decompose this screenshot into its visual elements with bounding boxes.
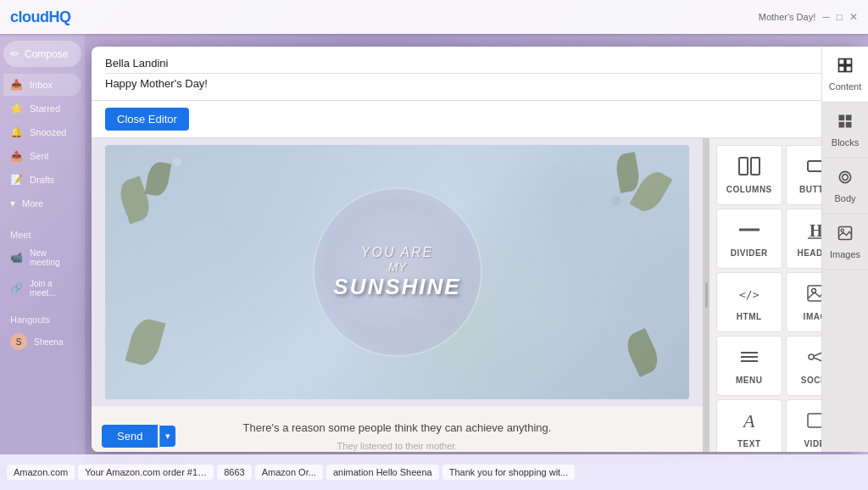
composer-body: YOU ARE MY SUNSHINE There's a reason som… — [92, 138, 858, 452]
divider-icon — [737, 220, 761, 243]
columns-label: COLUMNS — [726, 185, 772, 194]
block-menu[interactable]: MENU — [716, 336, 782, 396]
taskbar-item-2[interactable]: 8663 — [217, 465, 251, 480]
svg-rect-26 — [846, 59, 852, 65]
sidebar-item-inbox[interactable]: 📥 Inbox — [3, 74, 81, 96]
tab-content[interactable]: Content — [822, 47, 868, 103]
divider-label: DIVIDER — [731, 248, 768, 258]
content-tab-icon — [837, 57, 854, 78]
taskbar-item-3[interactable]: Amazon Or... — [255, 465, 323, 480]
compose-button[interactable]: ✏ Compose — [3, 41, 81, 67]
close-btn[interactable]: ✕ — [849, 11, 858, 23]
block-text[interactable]: A TEXT — [716, 399, 782, 452]
send-arrow-button[interactable]: ▾ — [159, 426, 175, 447]
svg-rect-27 — [839, 66, 845, 72]
blocks-tab-label: Blocks — [832, 137, 859, 148]
sunshine-text-sunshine: SUNSHINE — [333, 274, 460, 300]
sunshine-text-my: MY — [388, 260, 406, 274]
svg-point-36 — [841, 229, 843, 231]
svg-point-33 — [839, 171, 850, 182]
email-hero-image: YOU ARE MY SUNSHINE — [105, 145, 689, 399]
sidebar-item-drafts[interactable]: 📝 Drafts — [3, 169, 81, 191]
close-editor-button[interactable]: Close Editor — [105, 108, 189, 131]
columns-icon — [737, 156, 761, 180]
send-area: Send ▾ — [102, 425, 175, 448]
maximize-btn[interactable]: □ — [837, 11, 843, 23]
taskbar-item-0[interactable]: Amazon.com — [7, 465, 75, 480]
images-tab-label: Images — [830, 249, 860, 259]
block-columns[interactable]: COLUMNS — [716, 145, 782, 205]
svg-rect-25 — [839, 59, 845, 65]
minimize-btn[interactable]: ─ — [822, 11, 830, 23]
bottom-taskbar: Amazon.com Your Amazon.com order #111...… — [0, 454, 868, 490]
email-body-partial: They listened to their mother. — [112, 441, 682, 451]
flower-dot-2 — [173, 158, 181, 166]
text-label: TEXT — [737, 439, 761, 448]
svg-rect-28 — [846, 66, 852, 72]
sidebar-item-sent[interactable]: 📤 Sent — [3, 145, 81, 167]
content-tab-label: Content — [829, 81, 862, 92]
svg-rect-6 — [739, 158, 748, 175]
svg-point-18 — [809, 354, 814, 359]
sunshine-circle: YOU ARE MY SUNSHINE — [313, 187, 482, 357]
gmail-sidebar: ✏ Compose 📥 Inbox ⭐ Starred 🔔 Snoozed 📤 … — [0, 34, 85, 490]
composer-to-field: Bella Landini — [105, 53, 844, 74]
body-tab-label: Body — [834, 193, 855, 203]
sidebar-item-snoozed[interactable]: 🔔 Snoozed — [3, 121, 81, 143]
sidebar-sheena[interactable]: S Sheena — [3, 328, 81, 355]
flower-dot-1 — [118, 213, 128, 223]
taskbar-item-1[interactable]: Your Amazon.com order #111... — [78, 465, 214, 480]
composer-toolbar: Close Editor — [92, 101, 858, 138]
svg-rect-29 — [839, 115, 845, 121]
email-image-container: YOU ARE MY SUNSHINE — [92, 138, 703, 406]
taskbar-item-5[interactable]: Thank you for shopping wit... — [442, 465, 576, 480]
tab-body[interactable]: Body — [822, 159, 868, 214]
composer-header: Bella Landini Happy Mother's Day! — [92, 47, 858, 101]
block-divider[interactable]: DIVIDER — [716, 209, 782, 269]
email-body-text: There's a reason some people think they … — [112, 420, 682, 437]
send-button[interactable]: Send — [102, 425, 158, 448]
tab-blocks[interactable]: Blocks — [822, 103, 868, 159]
panel-resize-handle[interactable] — [703, 138, 709, 452]
svg-rect-35 — [839, 227, 852, 240]
sidebar-item-starred[interactable]: ⭐ Starred — [3, 97, 81, 120]
composer-modal: Bella Landini Happy Mother's Day! Close … — [92, 47, 858, 452]
taskbar-item-4[interactable]: animation Hello Sheena — [326, 465, 439, 480]
svg-rect-31 — [839, 122, 845, 128]
sunshine-text-you: YOU ARE — [361, 245, 433, 260]
composer-subject-field: Happy Mother's Day! — [105, 74, 844, 93]
block-html[interactable]: </> HTML — [716, 272, 782, 332]
text-icon: A — [737, 410, 761, 434]
images-tab-icon — [837, 225, 854, 246]
email-preview-area: YOU ARE MY SUNSHINE There's a reason som… — [92, 138, 703, 452]
html-label: HTML — [737, 312, 762, 321]
sidebar-new-meeting[interactable]: 📹 New meeting — [3, 243, 81, 272]
top-bar-actions: Mother's Day! ─ □ ✕ — [759, 11, 858, 23]
menu-label: MENU — [736, 376, 762, 385]
top-bar: cloudHQ Mother's Day! ─ □ ✕ — [0, 0, 868, 34]
sidebar-join-meeting[interactable]: 🔗 Join a meet... — [3, 274, 81, 303]
flower-dot-3 — [611, 196, 621, 206]
svg-rect-7 — [751, 158, 760, 175]
svg-text:A: A — [742, 410, 755, 431]
svg-text:</>: </> — [739, 288, 760, 301]
right-panel-tabs: Content Blocks Body — [821, 47, 868, 452]
sidebar-item-more[interactable]: ▾ More — [3, 192, 81, 214]
blocks-tab-icon — [837, 113, 854, 134]
body-tab-icon — [837, 169, 854, 190]
hangouts-label: Hangouts — [3, 311, 81, 328]
svg-rect-32 — [846, 122, 852, 128]
svg-point-34 — [843, 175, 849, 181]
tab-images[interactable]: Images — [822, 214, 868, 270]
menu-icon — [737, 347, 761, 370]
app-logo: cloudHQ — [10, 8, 71, 26]
meet-label: Meet — [3, 226, 81, 243]
svg-rect-30 — [846, 115, 852, 121]
html-icon: </> — [737, 283, 761, 307]
email-text-area: There's a reason some people think they … — [92, 406, 703, 452]
window-title: Mother's Day! — [759, 12, 816, 22]
